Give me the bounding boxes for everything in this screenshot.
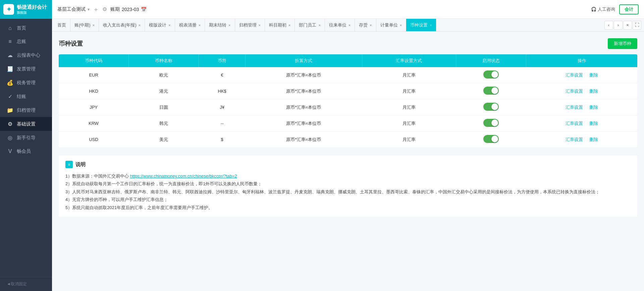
delete-1[interactable]: 删除 <box>589 89 598 94</box>
sidebar-item-member[interactable]: V 畅会员 <box>0 145 52 158</box>
tab-taxbook-label: 税表清册 <box>179 22 197 28</box>
notes-link[interactable]: https://www.chinamoney.com.cn/chinese/bk… <box>130 174 237 179</box>
sidebar-item-tax[interactable]: 💰 税务管理 <box>0 76 52 90</box>
tab-subjects-close[interactable]: × <box>288 23 290 27</box>
tab-currency-close[interactable]: × <box>430 23 432 27</box>
delete-2[interactable]: 删除 <box>589 105 598 110</box>
cell-actions-3: 汇率设置 删除 <box>526 115 637 132</box>
rate-settings-3[interactable]: 汇率设置 <box>566 121 583 126</box>
tab-measure-close[interactable]: × <box>400 23 402 27</box>
sidebar-item-invoice[interactable]: 🧾 发票管理 <box>0 62 52 76</box>
rate-settings-4[interactable]: 汇率设置 <box>566 137 583 142</box>
sidebar-label-home: 首页 <box>17 25 26 31</box>
tab-period-end[interactable]: 期末结转 × <box>205 19 235 32</box>
tab-template[interactable]: 模版设计 × <box>145 19 175 32</box>
notes-title-label: 说明 <box>75 161 86 168</box>
company-selector[interactable]: 基层工会测试 ▾ <box>57 6 90 12</box>
delete-3[interactable]: 删除 <box>589 121 598 126</box>
help-button[interactable]: 🎧 人工咨询 <box>591 6 615 12</box>
cell-status-1 <box>456 83 526 99</box>
tab-scroll-right[interactable]: › <box>614 21 623 30</box>
tabbar: 首页 账(中期) × 收入支出表(年报) × 模版设计 × 税表清册 × 期末结… <box>52 19 644 32</box>
rate-settings-0[interactable]: 汇率设置 <box>566 72 583 78</box>
cell-calc-1: 原币*汇率=本位币 <box>246 83 362 99</box>
table-row: USD 美元 $ 原币*汇率=本位币 月汇率 汇率设置 删除 <box>59 132 637 148</box>
sidebar-item-settings[interactable]: ⚙ 基础设置 <box>0 117 52 131</box>
tab-balance[interactable]: 账(中期) × <box>70 19 99 32</box>
user-role-button[interactable]: 会计 <box>619 4 639 14</box>
rate-settings-1[interactable]: 汇率设置 <box>566 89 583 94</box>
tab-subjects-label: 科目期初 <box>269 22 286 28</box>
note-item-0: 1）数据来源：中国外汇交易中心 https://www.chinamoney.c… <box>65 172 631 180</box>
col-calc: 折算方式 <box>246 54 362 67</box>
tab-contacts-close[interactable]: × <box>348 23 351 27</box>
topbar-right: 🎧 人工咨询 会计 <box>591 4 639 14</box>
page-title: 币种设置 <box>59 40 83 48</box>
topbar-settings-icon[interactable]: ⚙ <box>102 6 107 12</box>
toggle-enabled-3[interactable] <box>483 119 499 127</box>
tab-measure-label: 计量单位 <box>380 22 398 28</box>
cell-rate-method-1: 月汇率 <box>362 83 456 99</box>
member-icon: V <box>7 148 13 154</box>
tab-close-all[interactable]: × <box>623 21 632 30</box>
tab-inventory[interactable]: 存货 × <box>355 19 376 32</box>
tab-fullscreen[interactable]: ⛶ <box>633 21 641 30</box>
sidebar-item-ledger[interactable]: ≡ 总账 <box>0 35 52 48</box>
logo-icon: ✦ <box>3 4 14 15</box>
tab-template-close[interactable]: × <box>168 23 170 27</box>
sidebar-item-archive[interactable]: 📁 归档管理 <box>0 103 52 117</box>
tab-inventory-close[interactable]: × <box>370 23 372 27</box>
rate-settings-2[interactable]: 汇率设置 <box>566 105 583 110</box>
new-currency-button[interactable]: 新增币种 <box>608 38 637 49</box>
sidebar-item-guide[interactable]: ◎ 新手引导 <box>0 131 52 145</box>
sidebar-label-archive: 归档管理 <box>17 107 36 113</box>
period-selector[interactable]: 账期 2023-03 📅 <box>110 6 147 12</box>
page-title-bar: 币种设置 新增币种 <box>59 38 637 49</box>
tab-subjects[interactable]: 科目期初 × <box>265 19 295 32</box>
help-label: 人工咨询 <box>598 6 615 12</box>
cell-rate-method-4: 月汇率 <box>362 132 456 148</box>
calendar-icon: 📅 <box>141 7 147 12</box>
sidebar-item-reports[interactable]: ☁ 云报表中心 <box>0 48 52 62</box>
tab-archiving-close[interactable]: × <box>259 23 261 27</box>
cell-status-0 <box>456 67 526 83</box>
tab-taxbook[interactable]: 税表清册 × <box>175 19 205 32</box>
tab-employees[interactable]: 部门员工 × <box>295 19 325 32</box>
cell-code-3: KRW <box>59 115 128 132</box>
delete-0[interactable]: 删除 <box>589 72 598 78</box>
toggle-enabled-1[interactable] <box>483 87 499 95</box>
tab-income-close[interactable]: × <box>139 23 141 27</box>
currency-table-wrapper: 币种代码 币种名称 币符 折算方式 汇率设置方式 启用状态 操作 EUR 欧元 … <box>59 54 637 147</box>
tab-income[interactable]: 收入支出表(年报) × <box>99 19 145 32</box>
tab-balance-close[interactable]: × <box>93 23 95 27</box>
sidebar-label-settlement: 结账 <box>17 94 26 100</box>
tab-inventory-label: 存货 <box>359 22 368 28</box>
tab-currency-label: 币种设置 <box>410 22 428 28</box>
currency-table: 币种代码 币种名称 币符 折算方式 汇率设置方式 启用状态 操作 EUR 欧元 … <box>59 54 637 147</box>
tab-period-end-close[interactable]: × <box>228 23 230 27</box>
sidebar-item-home[interactable]: ⌂ 首页 <box>0 21 52 35</box>
sidebar-unpin[interactable]: ◄取消固定 <box>0 277 52 291</box>
company-name: 基层工会测试 <box>57 6 86 12</box>
sidebar-item-settlement[interactable]: ✓ 结账 <box>0 90 52 103</box>
tab-taxbook-close[interactable]: × <box>199 23 201 27</box>
delete-4[interactable]: 删除 <box>589 137 598 142</box>
toggle-enabled-4[interactable] <box>483 135 499 143</box>
col-actions: 操作 <box>526 54 637 67</box>
tab-currency[interactable]: 币种设置 × <box>406 19 436 32</box>
tab-home[interactable]: 首页 <box>53 19 70 32</box>
tab-archiving[interactable]: 归档管理 × <box>235 19 265 32</box>
notes-icon: ≡ <box>65 161 73 168</box>
tab-employees-close[interactable]: × <box>318 23 320 27</box>
toggle-enabled-0[interactable] <box>483 70 499 79</box>
add-tab-button[interactable]: ＋ <box>93 5 99 13</box>
cell-symbol-1: HK$ <box>199 83 246 99</box>
tab-contacts[interactable]: 往来单位 × <box>325 19 355 32</box>
col-name: 币种名称 <box>128 54 199 67</box>
logo-text-block: 畅捷通好会计 旗舰版 <box>17 4 47 15</box>
tab-measure[interactable]: 计量单位 × <box>376 19 406 32</box>
toggle-enabled-2[interactable] <box>483 103 499 111</box>
tab-scroll-left[interactable]: ‹ <box>604 21 613 30</box>
sidebar-label-ledger: 总账 <box>17 39 26 45</box>
content-area: 币种设置 新增币种 币种代码 币种名称 币符 折算方式 汇率设置方式 启用状态 … <box>52 32 644 291</box>
